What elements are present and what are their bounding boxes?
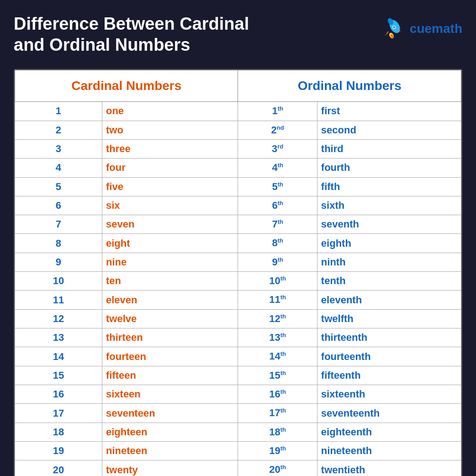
ordinal-number: 8th	[238, 234, 317, 253]
cardinal-word: six	[102, 196, 238, 215]
ordinal-word: seventeenth	[317, 404, 461, 423]
ordinal-number: 5th	[238, 177, 317, 196]
logo-container: cuemath	[381, 16, 462, 41]
ordinal-word: eighth	[317, 234, 461, 253]
cardinal-word: five	[102, 177, 238, 196]
ordinal-word: nineteenth	[317, 442, 461, 460]
cardinal-number: 19	[15, 442, 102, 460]
cardinal-word: sixteen	[102, 385, 238, 404]
cardinal-number: 14	[15, 347, 102, 366]
table-row: 5 five 5th fifth	[15, 177, 461, 196]
cardinal-number: 20	[15, 460, 102, 476]
table-row: 6 six 6th sixth	[15, 196, 461, 215]
cardinal-word: four	[102, 159, 238, 177]
table-row: 10 ten 10th tenth	[15, 272, 461, 291]
cardinal-word: eighteen	[102, 423, 238, 441]
ordinal-number: 9th	[238, 253, 317, 271]
ordinal-word: twentieth	[317, 460, 461, 476]
cardinal-word: nine	[102, 253, 238, 271]
logo-text: cuemath	[410, 21, 462, 36]
comparison-table-wrapper: Cardinal Numbers Ordinal Numbers 1 one 1…	[14, 69, 462, 476]
cardinal-number: 15	[15, 366, 102, 385]
cardinal-word: nineteen	[102, 442, 238, 460]
table-row: 11 eleven 11th eleventh	[15, 291, 461, 309]
table-row: 18 eighteen 18th eighteenth	[15, 423, 461, 441]
svg-marker-4	[385, 31, 388, 36]
cardinal-word: fourteen	[102, 347, 238, 366]
cardinal-number: 11	[15, 291, 102, 309]
ordinal-number: 6th	[238, 196, 317, 215]
ordinal-number: 11th	[238, 291, 317, 309]
ordinal-word: eleventh	[317, 291, 461, 309]
cardinal-number: 7	[15, 215, 102, 234]
cardinal-number: 3	[15, 139, 102, 158]
ordinal-number: 16th	[238, 385, 317, 404]
table-row: 12 twelve 12th twelfth	[15, 309, 461, 328]
page-title: Difference Between Cardinal and Ordinal …	[14, 14, 249, 55]
table-header-row: Cardinal Numbers Ordinal Numbers	[15, 70, 461, 102]
ordinal-number: 4th	[238, 159, 317, 177]
cardinal-word: one	[102, 102, 238, 121]
ordinal-word: fifth	[317, 177, 461, 196]
table-row: 14 fourteen 14th fourteenth	[15, 347, 461, 366]
cardinal-number: 4	[15, 159, 102, 177]
table-body: 1 one 1th first 2 two 2nd second 3 three…	[15, 102, 461, 476]
cardinal-number: 13	[15, 328, 102, 347]
cardinal-number: 2	[15, 121, 102, 139]
table-row: 3 three 3rd third	[15, 139, 461, 158]
ordinal-word: third	[317, 139, 461, 158]
cardinal-number: 18	[15, 423, 102, 441]
ordinal-number: 2nd	[238, 121, 317, 139]
cardinal-number: 6	[15, 196, 102, 215]
ordinal-number: 19th	[238, 442, 317, 460]
ordinal-header: Ordinal Numbers	[238, 70, 461, 102]
table-row: 20 twenty 20th twentieth	[15, 460, 461, 476]
table-row: 1 one 1th first	[15, 102, 461, 121]
ordinal-number: 1th	[238, 102, 317, 121]
ordinal-number: 10th	[238, 272, 317, 291]
ordinal-word: ninth	[317, 253, 461, 271]
table-row: 17 seventeen 17th seventeenth	[15, 404, 461, 423]
ordinal-word: fourth	[317, 159, 461, 177]
table-row: 15 fifteen 15th fifteenth	[15, 366, 461, 385]
ordinal-number: 7th	[238, 215, 317, 234]
cardinal-number: 1	[15, 102, 102, 121]
ordinal-number: 20th	[238, 460, 317, 476]
ordinal-number: 13th	[238, 328, 317, 347]
ordinal-number: 17th	[238, 404, 317, 423]
cardinal-header: Cardinal Numbers	[15, 70, 238, 102]
ordinal-number: 3rd	[238, 139, 317, 158]
table-row: 4 four 4th fourth	[15, 159, 461, 177]
ordinal-word: sixteenth	[317, 385, 461, 404]
ordinal-number: 15th	[238, 366, 317, 385]
ordinal-word: first	[317, 102, 461, 121]
cardinal-word: twenty	[102, 460, 238, 476]
cardinal-word: twelve	[102, 309, 238, 328]
cardinal-word: two	[102, 121, 238, 139]
cardinal-word: thirteen	[102, 328, 238, 347]
comparison-table: Cardinal Numbers Ordinal Numbers 1 one 1…	[15, 70, 461, 476]
ordinal-word: twelfth	[317, 309, 461, 328]
cardinal-number: 8	[15, 234, 102, 253]
table-row: 8 eight 8th eighth	[15, 234, 461, 253]
cardinal-number: 17	[15, 404, 102, 423]
cardinal-word: ten	[102, 272, 238, 291]
cardinal-number: 9	[15, 253, 102, 271]
page-header: Difference Between Cardinal and Ordinal …	[9, 9, 467, 55]
ordinal-word: fourteenth	[317, 347, 461, 366]
ordinal-number: 18th	[238, 423, 317, 441]
table-row: 19 nineteen 19th nineteenth	[15, 442, 461, 460]
cardinal-number: 16	[15, 385, 102, 404]
svg-point-3	[393, 26, 395, 28]
cardinal-word: three	[102, 139, 238, 158]
ordinal-word: fifteenth	[317, 366, 461, 385]
cardinal-word: seventeen	[102, 404, 238, 423]
ordinal-word: seventh	[317, 215, 461, 234]
ordinal-number: 12th	[238, 309, 317, 328]
cardinal-word: eleven	[102, 291, 238, 309]
cardinal-number: 5	[15, 177, 102, 196]
rocket-icon	[381, 16, 406, 41]
ordinal-word: sixth	[317, 196, 461, 215]
cardinal-word: seven	[102, 215, 238, 234]
table-row: 2 two 2nd second	[15, 121, 461, 139]
